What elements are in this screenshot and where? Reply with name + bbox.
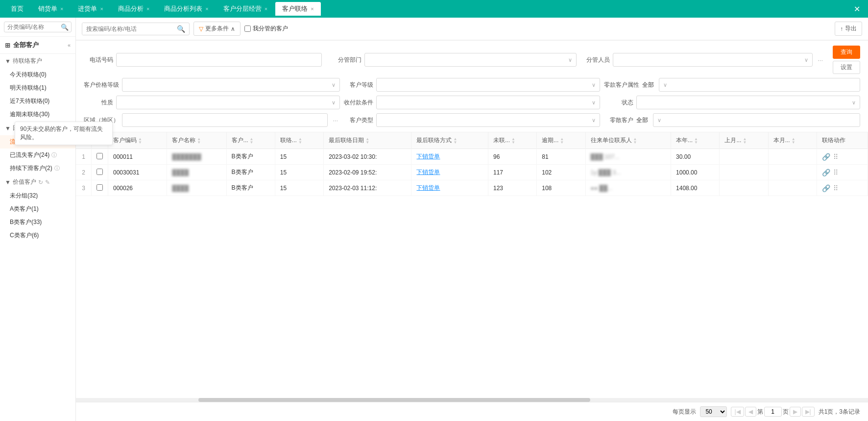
sort-icon-last-month[interactable]: ▲▼ [743, 137, 747, 144]
tab-analysis[interactable]: 商品分析 × [111, 2, 156, 16]
tab-analysis-close[interactable]: × [146, 6, 149, 12]
row-num-1: 1 [76, 149, 92, 165]
sidebar-section-value[interactable]: ▼ 价值客户 ↻ ✎ [0, 175, 75, 189]
more-filters-button[interactable]: ▽ 更多条件 ∧ [193, 22, 241, 36]
query-button[interactable]: 查询 [833, 46, 860, 59]
sidebar-item-overdue-pending[interactable]: 逾期未联络(30) [0, 108, 75, 121]
row-num-3: 3 [76, 180, 92, 196]
sort-icon-method[interactable]: ▲▼ [453, 137, 457, 144]
tab-bar: 首页 销货单 × 进货单 × 商品分析 × 商品分析列表 × 客户分层经营 × … [0, 0, 868, 18]
export-button[interactable]: ↑ 导出 [835, 22, 862, 36]
toolbar: 🔍 ▽ 更多条件 ∧ 我分管的客户 ↑ 导出 [76, 18, 868, 40]
filter-person: 分管人员 ∨ ··· [580, 53, 825, 67]
sidebar-item-tomorrow-pending[interactable]: 明天待联络(1) [0, 81, 75, 95]
scroll-thumb[interactable] [198, 398, 590, 402]
row-3-menu-icon[interactable]: ⠿ [833, 184, 838, 192]
page-number-input[interactable] [764, 407, 782, 417]
sidebar-item-c-class[interactable]: C类客户(6) [0, 229, 75, 242]
sidebar-item-today-pending[interactable]: 今天待联络(0) [0, 68, 75, 81]
filter-person-select[interactable]: ∨ [613, 53, 813, 67]
sort-icon-date[interactable]: ▲▼ [365, 137, 369, 144]
row-3-method-link[interactable]: 下销货单 [416, 184, 440, 191]
tab-customer-layer-close[interactable]: × [265, 6, 267, 12]
tab-customer-layer[interactable]: 客户分层经营 × [217, 2, 274, 16]
sidebar-item-a-class[interactable]: A类客户(1) [0, 202, 75, 216]
my-customers-checkbox[interactable] [244, 25, 251, 32]
filter-zero-attr-select[interactable]: ∨ [659, 78, 860, 92]
tab-customer-contact-close[interactable]: × [311, 6, 313, 12]
row-3-link-icon[interactable]: 🔗 [822, 184, 830, 192]
price-select-arrow: ∨ [332, 82, 336, 88]
filter-nature-select[interactable]: ∨ [116, 96, 340, 109]
row-2-menu-icon[interactable]: ⠿ [833, 169, 838, 176]
tab-analysis-list-close[interactable]: × [205, 6, 208, 12]
row-2-checkbox[interactable] [96, 169, 103, 175]
sort-icon-uncontacted[interactable]: ▲▼ [511, 137, 515, 144]
sort-icon-name[interactable]: ▲▼ [197, 137, 201, 144]
tab-sales-close[interactable]: × [60, 6, 63, 12]
row-1-method-link[interactable]: 下销货单 [416, 153, 440, 160]
sidebar-item-churned[interactable]: 已流失客户(24) ⓘ [0, 149, 75, 162]
row-2-method-link[interactable]: 下销货单 [416, 169, 440, 175]
main-search-input[interactable] [82, 23, 173, 35]
row-2-code: 00030031 [108, 165, 167, 180]
sort-icon-current-month[interactable]: ▲▼ [792, 137, 796, 144]
sort-icon-overdue[interactable]: ▲▼ [560, 137, 564, 144]
filter-zero-customer-select[interactable]: ∨ [653, 113, 860, 127]
filter-dept-select[interactable]: ∨ [364, 53, 577, 67]
last-page-btn[interactable]: ▶| [802, 407, 815, 417]
tab-sales[interactable]: 销货单 × [31, 2, 70, 16]
my-customers-checkbox-label[interactable]: 我分管的客户 [244, 25, 288, 33]
main-search-button[interactable]: 🔍 [173, 25, 189, 33]
prev-page-btn[interactable]: ◀ [745, 407, 756, 417]
filter-person-more[interactable]: ··· [816, 56, 825, 64]
filter-region-select[interactable] [122, 113, 328, 127]
sort-icon-person[interactable]: ▲▼ [633, 137, 637, 144]
col-last-contact-date: 最后联络日期 ▲▼ [324, 132, 411, 149]
window-close-button[interactable]: ✕ [850, 4, 864, 14]
row-1-link-icon[interactable]: 🔗 [822, 153, 830, 161]
filter-payment-select[interactable]: ∨ [376, 96, 600, 109]
value-refresh-icon[interactable]: ↻ [38, 179, 43, 186]
tab-purchase[interactable]: 进货单 × [71, 2, 110, 16]
sort-icon-type[interactable]: ▲▼ [250, 137, 254, 144]
filter-customer-type-select[interactable]: ∨ [376, 113, 600, 127]
sidebar-item-7days-pending[interactable]: 近7天待联络(0) [0, 95, 75, 108]
next-page-btn[interactable]: ▶ [790, 407, 801, 417]
per-page-select[interactable]: 50 20 100 [700, 406, 727, 417]
col-overdue: 逾期... ▲▼ [537, 132, 585, 149]
first-page-btn[interactable]: |◀ [731, 407, 744, 417]
value-edit-icon[interactable]: ✎ [45, 179, 50, 186]
row-1-year: 30.00 [671, 149, 720, 165]
tab-home[interactable]: 首页 [4, 2, 30, 16]
horizontal-scrollbar[interactable] [76, 398, 868, 402]
row-1-menu-icon[interactable]: ⠿ [833, 153, 838, 161]
filter-phone-input[interactable] [116, 53, 322, 67]
settings-button[interactable]: 设置 [833, 61, 860, 74]
sidebar-section-pending[interactable]: ▼ 待联络客户 [0, 54, 75, 68]
row-2-link-icon[interactable]: 🔗 [822, 169, 830, 176]
sidebar-all-customers[interactable]: ⊞ 全部客户 « [0, 37, 75, 54]
tab-customer-contact[interactable]: 客户联络 × [275, 2, 320, 16]
col-last-contact-method: 最后联络方式 ▲▼ [411, 132, 488, 149]
filter-customer-level-select[interactable]: ∨ [376, 78, 600, 92]
row-3-checkbox[interactable] [96, 184, 103, 191]
sort-icon-year[interactable]: ▲▼ [694, 137, 698, 144]
table-row: 3 000026 ████ B类客户 15 2023-02-03 11:12: … [76, 180, 868, 196]
sidebar-item-declining[interactable]: 持续下滑客户(2) ⓘ [0, 162, 75, 175]
row-1-contacts: 15 [275, 149, 323, 165]
filter-region-more[interactable]: ··· [331, 117, 340, 124]
sidebar-item-b-class[interactable]: B类客户(33) [0, 216, 75, 229]
sidebar-item-ungroup[interactable]: 未分组(32) [0, 189, 75, 202]
filter-status-select[interactable]: ∨ [636, 96, 860, 109]
row-1-checkbox[interactable] [96, 153, 103, 159]
sort-icon-code[interactable]: ▲▼ [138, 137, 142, 144]
sort-icon-contacts[interactable]: ▲▼ [298, 137, 302, 144]
tab-analysis-list[interactable]: 商品分析列表 × [157, 2, 215, 16]
row-2-actions: 🔗 ⠿ [817, 165, 868, 180]
table-row: 2 00030031 ████ B类客户 15 2023-02-09 19:52… [76, 165, 868, 180]
tab-purchase-close[interactable]: × [100, 6, 103, 12]
filter-price-level-select[interactable]: ∨ [122, 78, 340, 92]
sidebar-collapse-icon[interactable]: « [68, 42, 71, 48]
zero-customer-arrow: ∨ [657, 117, 661, 124]
